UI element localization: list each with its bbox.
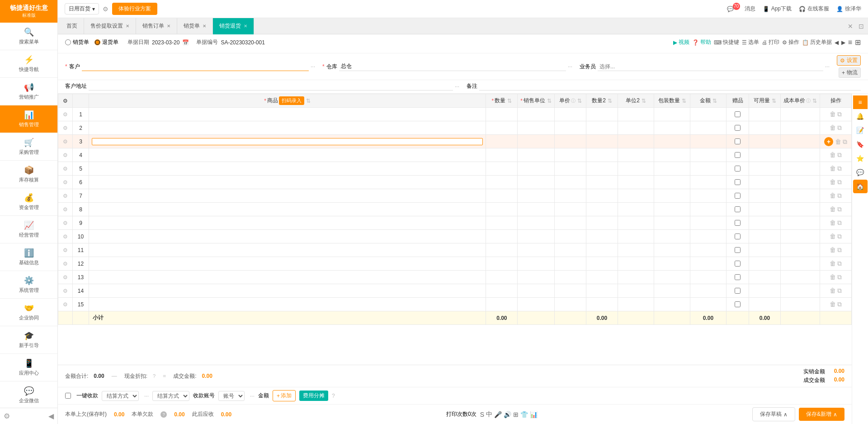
sidebar-item-经营管理[interactable]: 📈经营管理 [0,216,57,243]
tab-close-icon[interactable]: ✕ [167,24,170,29]
row-gear-icon[interactable]: ⚙ [63,138,68,145]
sidebar-item-库存核算[interactable]: 📦库存核算 [0,161,57,188]
row-pack-10[interactable] [654,230,690,243]
gift-checkbox-3[interactable] [735,138,741,144]
price-info-icon[interactable]: ⓘ [571,98,576,104]
row-gear-icon[interactable]: ⚙ [63,125,68,131]
row-gear-9[interactable]: ⚙ [58,216,73,230]
row-unit-1[interactable] [518,108,555,121]
one-click-payment-checkbox[interactable] [65,393,71,399]
row-qty2-11[interactable] [586,243,618,257]
cost-sort-icon[interactable]: ⇅ [812,98,817,104]
row-qty-1[interactable] [486,108,518,121]
row-unit2-1[interactable] [618,108,654,121]
row-pack-11[interactable] [654,243,690,257]
sidebar-item-搜索菜单[interactable]: 🔍搜索菜单 [0,23,57,50]
row-price-15[interactable] [555,298,586,311]
row-qty-7[interactable] [486,189,518,203]
row-gear-14[interactable]: ⚙ [58,284,73,298]
row-price-12[interactable] [555,257,586,271]
row-product-5[interactable] [89,162,486,176]
row-avail-3[interactable] [749,135,781,148]
row-amount-14[interactable] [690,284,726,298]
row-gear-11[interactable]: ⚙ [58,243,73,257]
row-qty-5[interactable] [486,162,518,176]
row-qty2-4[interactable] [586,148,618,162]
row-qty2-5[interactable] [586,162,618,176]
row-cost-4[interactable] [781,148,820,162]
row-unit-8[interactable] [518,203,555,216]
row-unit-10[interactable] [518,230,555,243]
row-unit2-10[interactable] [618,230,654,243]
row-gift-4[interactable] [726,148,749,162]
row-pack-8[interactable] [654,203,690,216]
row-price-6[interactable] [555,176,586,189]
gift-checkbox-14[interactable] [735,288,741,294]
sidebar-item-快捷导航[interactable]: ⚡快捷导航 [0,50,57,78]
tab-销货退货[interactable]: 销货退货✕ [213,18,254,34]
address-dots[interactable]: ··· [455,83,459,90]
row-gift-5[interactable] [726,162,749,176]
row-unit2-11[interactable] [618,243,654,257]
row-gift-15[interactable] [726,298,749,311]
product-sort-icon[interactable]: ⇅ [306,98,311,104]
gift-checkbox-11[interactable] [735,247,741,253]
row-cost-15[interactable] [781,298,820,311]
row-unit-7[interactable] [518,189,555,203]
product-input-active[interactable] [92,138,483,145]
row-unit2-8[interactable] [618,203,654,216]
row-gear-icon[interactable]: ⚙ [63,233,68,240]
sidebar-item-应用中心[interactable]: 📱应用中心 [0,354,57,381]
row-unit-4[interactable] [518,148,555,162]
tab-销货单[interactable]: 销货单✕ [177,18,213,34]
row-qty-6[interactable] [486,176,518,189]
tool-chart-icon[interactable]: 📊 [530,411,538,418]
row-qty-10[interactable] [486,230,518,243]
delete-row-btn[interactable]: 🗑 [830,219,836,226]
user-group[interactable]: 👤 徐泽华 [836,5,861,13]
save-new-btn[interactable]: 保存&新增 ∧ [799,408,844,421]
customer-dots[interactable]: ··· [311,63,315,70]
row-avail-15[interactable] [749,298,781,311]
gift-checkbox-10[interactable] [735,233,741,239]
row-cost-3[interactable] [781,135,820,148]
video-btn[interactable]: ▶ 视频 [673,38,689,46]
row-cost-7[interactable] [781,189,820,203]
gift-checkbox-13[interactable] [735,274,741,280]
gift-checkbox-12[interactable] [735,261,741,267]
row-gear-6[interactable]: ⚙ [58,176,73,189]
row-qty-8[interactable] [486,203,518,216]
row-gift-9[interactable] [726,216,749,230]
row-qty2-3[interactable] [586,135,618,148]
row-pack-2[interactable] [654,121,690,135]
vrb-list-icon[interactable]: ≡ [853,95,868,109]
row-avail-4[interactable] [749,148,781,162]
row-gear-icon[interactable]: ⚙ [63,152,68,158]
row-price-1[interactable] [555,108,586,121]
row-amount-8[interactable] [690,203,726,216]
row-avail-2[interactable] [749,121,781,135]
row-gear-icon[interactable]: ⚙ [63,206,68,213]
fee-split-btn[interactable]: 费用分摊 [299,391,328,401]
row-gift-13[interactable] [726,271,749,284]
agent-dots[interactable]: ··· [825,63,830,70]
row-gift-12[interactable] [726,257,749,271]
row-gear-icon[interactable]: ⚙ [63,111,68,118]
row-cost-9[interactable] [781,216,820,230]
customer-input[interactable] [82,62,309,71]
row-avail-9[interactable] [749,216,781,230]
row-qty-2[interactable] [486,121,518,135]
gift-checkbox-4[interactable] [735,152,741,158]
warehouse-input[interactable] [339,62,566,71]
row-unit-14[interactable] [518,284,555,298]
topbar-gear-icon[interactable]: ⚙ [103,5,108,13]
row-amount-7[interactable] [690,189,726,203]
row-product-7[interactable] [89,189,486,203]
row-avail-8[interactable] [749,203,781,216]
row-qty-9[interactable] [486,216,518,230]
pack-sort-icon[interactable]: ⇅ [682,98,686,104]
sidebar-item-企业协同[interactable]: 🤝企业协同 [0,299,57,326]
account-select[interactable]: 账号 [218,391,245,401]
row-unit-2[interactable] [518,121,555,135]
billing-method-dots[interactable]: ··· [144,393,149,399]
